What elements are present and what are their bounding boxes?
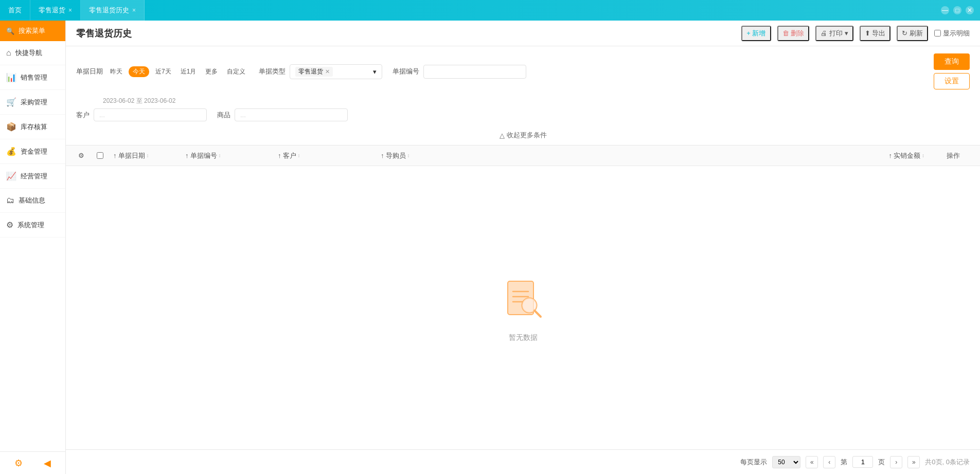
col-customer[interactable]: ↑ 客户 ↕ [274,151,377,160]
date-custom-btn[interactable]: 自定义 [224,66,248,77]
sidebar-item-system[interactable]: ⚙ 系统管理 [0,213,65,238]
voucher-type-tag-value: 零售退货 [298,67,323,76]
sort-asc-icon-amount: ↑ [889,152,893,159]
voucher-type-label: 单据类型 [259,67,286,76]
voucher-type-select[interactable]: 零售退货 ✕ ▾ [290,64,382,79]
collapse-label: 收起更多条件 [507,131,547,140]
settings-icon: ⚙ [78,152,84,159]
show-detail-label: 显示明细 [943,29,970,38]
date-7days-btn[interactable]: 近7天 [152,66,174,77]
sidebar-item-label-finance: 资金管理 [21,147,47,156]
date-filter: 单据日期 昨天 今天 近7天 近1月 更多 自定义 [76,66,248,77]
window-minimize-btn[interactable]: — [941,6,949,14]
empty-icon [497,274,549,325]
goods-select[interactable]: ... [235,108,348,121]
main-layout: 🔍 搜索菜单 ⌂ 快捷导航 📊 销售管理 🛒 采购管理 📦 库存核算 💰 [0,21,980,474]
col-date[interactable]: ↑ 单据日期 ↕ [109,151,181,160]
sort-asc-icon-customer: ↑ [278,152,281,159]
date-more-btn[interactable]: 更多 [202,66,221,77]
empty-text: 暂无数据 [509,333,538,342]
set-button[interactable]: 设置 [934,73,970,89]
sidebar-item-purchase[interactable]: 🛒 采购管理 [0,90,65,115]
sidebar-settings-btn[interactable]: ⚙ [14,458,23,469]
empty-state: 暂无数据 [66,166,980,449]
export-button[interactable]: ⬆ 导出 [860,26,891,41]
query-button[interactable]: 查询 [934,53,970,70]
sidebar-collapse-btn[interactable]: ◀ [44,458,51,469]
sort-asc-icon: ↑ [113,152,117,159]
sidebar-item-label-inventory: 库存核算 [21,122,47,132]
customer-label: 客户 [76,111,90,120]
current-page-input[interactable] [852,456,873,468]
sidebar-item-finance[interactable]: 💰 资金管理 [0,139,65,164]
voucher-type-tag-close[interactable]: ✕ [325,68,330,75]
sidebar-item-label-quick-nav: 快捷导航 [15,48,42,58]
voucher-type-filter: 单据类型 零售退货 ✕ ▾ [259,64,382,79]
refresh-button[interactable]: ↻ 刷新 [897,26,928,41]
add-button[interactable]: + 新增 [741,26,771,41]
inventory-icon: 📦 [6,122,16,132]
col-guide[interactable]: ↑ 导购员 ↕ [377,151,479,160]
sidebar-item-sales[interactable]: 📊 销售管理 [0,65,65,90]
select-all-checkbox[interactable] [97,152,103,159]
col-num[interactable]: ↑ 单据编号 ↕ [181,151,274,160]
sidebar-item-label-business: 经营管理 [21,172,47,181]
sidebar-item-inventory[interactable]: 📦 库存核算 [0,115,65,139]
per-page-select[interactable]: 10 20 50 100 [772,456,800,468]
next-page-btn[interactable]: › [890,456,902,468]
sort-icon-date: ↕ [147,153,149,158]
tab-retail-return-label: 零售退货 [39,6,65,15]
sidebar-item-business[interactable]: 📈 经营管理 [0,164,65,189]
date-today-btn[interactable]: 今天 [129,66,149,77]
filter-collapse-btn[interactable]: △ 收起更多条件 [76,127,970,145]
last-page-btn[interactable]: » [907,456,920,468]
customer-select[interactable]: ... [94,108,207,121]
sidebar-item-basic-info[interactable]: 🗂 基础信息 [0,189,65,213]
sidebar-item-quick-nav[interactable]: ⌂ 快捷导航 [0,41,65,65]
date-filter-options: 昨天 今天 近7天 近1月 更多 自定义 [107,66,248,77]
first-page-btn[interactable]: « [806,456,818,468]
tab-retail-return-history[interactable]: 零售退货历史 × [81,0,145,21]
print-button[interactable]: 🖨 打印 ▾ [815,26,853,41]
table-settings-btn[interactable]: ⚙ [72,152,91,159]
purchase-icon: 🛒 [6,97,16,107]
tab-home-label: 首页 [8,6,22,15]
col-date-label: 单据日期 [118,151,145,160]
sort-icon-customer: ↕ [298,153,300,158]
col-op: 操作 [933,151,974,160]
collapse-icon: △ [500,132,505,139]
sidebar-search[interactable]: 🔍 搜索菜单 [0,21,65,41]
tab-retail-return-close[interactable]: × [68,7,72,14]
sidebar-item-label-system: 系统管理 [17,221,44,230]
window-maximize-btn[interactable]: □ [953,6,961,14]
per-page-label: 每页显示 [740,458,767,467]
col-amount[interactable]: ↑ 实销金额 ↕ [479,151,933,160]
sidebar-search-label: 搜索菜单 [19,26,45,35]
delete-button[interactable]: 🗑 删除 [777,26,810,41]
col-amount-label: 实销金额 [894,151,920,160]
tab-home[interactable]: 首页 [0,0,30,21]
home-icon: ⌂ [6,48,11,58]
tab-retail-return-history-close[interactable]: × [132,7,136,14]
table-container: ⚙ ↑ 单据日期 ↕ ↑ 单据编号 ↕ ↑ 客户 ↕ [66,145,980,474]
content-area: 零售退货历史 + 新增 🗑 删除 🖨 打印 ▾ ⬆ 导出 ↻ 刷新 显示明细 [66,21,980,474]
sidebar-item-label-sales: 销售管理 [21,73,47,82]
voucher-num-input[interactable] [423,65,526,79]
filter-row-1: 单据日期 昨天 今天 近7天 近1月 更多 自定义 单据类型 [76,53,970,89]
voucher-num-filter: 单据编号 [393,65,526,79]
show-detail-checkbox[interactable] [934,30,941,37]
tab-retail-return-history-label: 零售退货历史 [89,6,129,15]
customer-filter: 客户 ... [76,108,207,121]
prev-page-btn[interactable]: ‹ [823,456,835,468]
tab-retail-return[interactable]: 零售退货 × [30,0,81,21]
show-detail-checkbox-label[interactable]: 显示明细 [934,29,970,38]
window-close-btn[interactable]: ✕ [966,6,974,14]
page-suffix: 页 [878,458,885,467]
date-1month-btn[interactable]: 近1月 [177,66,200,77]
page-header: 零售退货历史 + 新增 🗑 删除 🖨 打印 ▾ ⬆ 导出 ↻ 刷新 显示明细 [66,21,980,46]
goods-placeholder: ... [240,111,246,119]
table-select-all[interactable] [91,152,109,159]
sidebar-item-label-purchase: 采购管理 [21,98,47,107]
date-yesterday-btn[interactable]: 昨天 [107,66,126,77]
voucher-type-select-arrow: ▾ [373,68,377,76]
